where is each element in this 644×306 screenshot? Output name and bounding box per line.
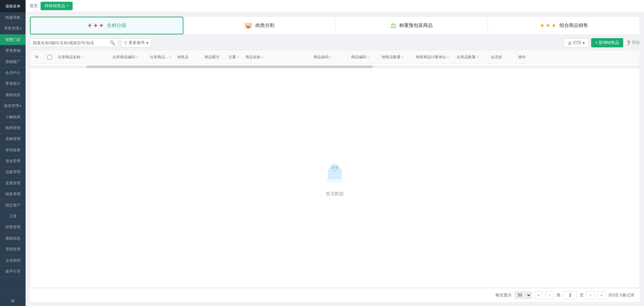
print-button[interactable]: 🖨 打印 ▾: [564, 38, 588, 47]
empty-text: 暂无数据: [326, 191, 344, 197]
sidebar-item-ecommerce-mgmt[interactable]: 电商管理: [0, 123, 26, 134]
sort-icon[interactable]: ⇅: [329, 56, 332, 59]
chevron-down-icon: ▾: [146, 41, 148, 45]
toolbar-left: 🔍 ▽ 更多条件 ▾: [30, 38, 151, 47]
topbar-home[interactable]: 首页: [30, 3, 38, 9]
pagination: 每页显示 50 20 100 « ‹ 第 页 › » 共0页 0条记录: [30, 288, 640, 302]
next-page-button[interactable]: ›: [586, 291, 595, 299]
current-page-input[interactable]: [563, 291, 577, 299]
sort-icon[interactable]: ⇅: [261, 56, 264, 59]
tab-scale-prepack[interactable]: ⚖ 称重预包装商品: [335, 17, 488, 34]
sidebar-item-quick-nav[interactable]: 快捷导航: [0, 12, 26, 23]
search-icon[interactable]: 🔍: [110, 40, 115, 45]
th-product-image: 商品图片: [203, 52, 226, 62]
sidebar-item-marketing[interactable]: 营销推广: [0, 57, 26, 67]
help-button[interactable]: ❓ 帮助: [626, 40, 640, 46]
sidebar-item-newbie[interactable]: 新手引导: [0, 266, 26, 277]
first-page-button[interactable]: «: [535, 291, 543, 299]
sort-icon[interactable]: ⇅: [367, 56, 370, 59]
sidebar-item-tax[interactable]: 税务管理: [0, 189, 26, 200]
th-main-qty-label: 主量: [228, 55, 236, 60]
help-label: 帮助: [632, 40, 640, 46]
filter-button[interactable]: ▽ 更多条件 ▾: [121, 38, 151, 47]
sidebar-item-finance[interactable]: 资金管理: [0, 156, 26, 167]
sort-icon[interactable]: ⇅: [401, 56, 404, 59]
th-outbound-code-label: 出库商品编码: [113, 55, 135, 60]
topbar-active-tab[interactable]: 特殊销售品 ×: [41, 2, 73, 10]
page-label-before: 第: [556, 292, 560, 298]
th-outbound-code: 出库商品编码 ⇅: [110, 52, 148, 62]
table-container: ⚙ 出库商品名称 ⇅ 出库商品编码 ⇅ 出库商品... ⇅: [30, 50, 640, 288]
sidebar-item-invoice[interactable]: 发票管理: [0, 178, 26, 189]
sidebar-item-retail-mall[interactable]: 零售商城: [0, 45, 26, 56]
meat-icon: 🐷: [244, 21, 253, 30]
sidebar-logo[interactable]: 搜索菜单: [0, 0, 26, 12]
toolbar-right: 🖨 打印 ▾ + 新增销售品 ❓ 帮助: [564, 38, 640, 47]
sort-icon[interactable]: ⇅: [237, 56, 239, 59]
th-operation: 操作: [516, 52, 537, 62]
sidebar: 搜索菜单 快捷导航 零售管理 ▾ 智慧门店 零售商城 营销推广 会员中心 零售统…: [0, 0, 26, 306]
prev-page-button[interactable]: ‹: [545, 291, 554, 299]
sort-icon[interactable]: ⇅: [136, 56, 138, 59]
sidebar-item-ecommerce-small[interactable]: 小畅电商: [0, 112, 26, 123]
sidebar-item-business-mgmt[interactable]: 经营管理: [0, 222, 26, 233]
svg-point-3: [331, 166, 333, 169]
fresh-icon: ✦✦✦: [87, 21, 104, 30]
sidebar-item-smart-store[interactable]: 智慧门店: [0, 34, 26, 45]
settings-button[interactable]: ⚙: [0, 296, 26, 306]
search-input[interactable]: [33, 41, 108, 45]
close-icon[interactable]: ×: [66, 4, 69, 8]
category-tabs: ✦✦✦ 生鲜分级 🐷 肉类分割 ⚖ 称重预包装商品 ✦✦✦ 组合商品销售: [30, 16, 640, 35]
sidebar-item-member[interactable]: 会员中心: [0, 67, 26, 78]
th-product-image-label: 商品图片: [205, 55, 220, 60]
th-product-code: 商品编码 ⇅: [349, 52, 380, 62]
tab-meat-label: 肉类分割: [255, 22, 274, 29]
sidebar-item-retail-mgmt[interactable]: 零售管理 ▾: [0, 23, 26, 34]
sidebar-item-general-ledger[interactable]: 总账管理: [0, 167, 26, 178]
chevron-down-icon: ▾: [20, 104, 21, 108]
sidebar-item-purchase[interactable]: 采购管理: [0, 134, 26, 144]
sidebar-item-retail-stats[interactable]: 零售统计: [0, 78, 26, 89]
sidebar-item-salary[interactable]: 工资: [0, 211, 26, 222]
add-button[interactable]: + 新增销售品: [591, 38, 623, 47]
th-outbound-qty: 出库品数量 ⇅: [455, 52, 489, 62]
horizontal-scrollbar[interactable]: [30, 65, 640, 68]
sort-icon[interactable]: ⇅: [447, 56, 449, 59]
th-sale-unit-label: 销售商品计量单位: [416, 55, 446, 60]
sidebar-item-wholesale[interactable]: 批发管理 ▾: [0, 101, 26, 111]
th-product-name-label: 商品名称: [245, 55, 260, 60]
th-main-qty: 主量 ⇅: [226, 52, 243, 62]
tab-meat-cutting[interactable]: 🐷 肉类分割: [183, 17, 336, 34]
sidebar-item-basic-info1[interactable]: 基础信息: [0, 90, 26, 101]
th-settings[interactable]: ⚙: [30, 52, 44, 62]
chevron-down-icon: ▾: [20, 27, 21, 31]
sidebar-item-fixed-assets[interactable]: 固定资产: [0, 200, 26, 211]
th-product-name: 商品名称 ⇅: [243, 52, 312, 62]
tab-combo-sales[interactable]: ✦✦✦ 组合商品销售: [488, 17, 640, 34]
per-page-label: 每页显示: [495, 292, 512, 298]
sort-icon[interactable]: ⇅: [81, 56, 84, 59]
th-product-barcode: 商品条码 ⇅: [312, 52, 349, 62]
per-page-select[interactable]: 50 20 100: [514, 291, 532, 299]
content-area: ✦✦✦ 生鲜分级 🐷 肉类分割 ⚖ 称重预包装商品 ✦✦✦ 组合商品销售 🔍: [26, 12, 644, 306]
sort-icon[interactable]: ⇅: [476, 56, 479, 59]
th-operation-label: 操作: [518, 55, 526, 60]
print-icon: 🖨: [568, 41, 572, 45]
scrollbar-thumb[interactable]: [86, 65, 373, 68]
sidebar-item-inventory[interactable]: 库存核算: [0, 145, 26, 156]
table-body: 暂无数据: [30, 70, 640, 288]
sidebar-item-basic-info2[interactable]: 基础信息: [0, 233, 26, 244]
sidebar-item-enterprise[interactable]: 企业协同: [0, 255, 26, 266]
sidebar-bottom: ⚙: [0, 295, 26, 306]
search-box[interactable]: 🔍: [30, 39, 118, 47]
th-checkbox[interactable]: [44, 52, 56, 62]
print-label: 打印: [573, 40, 581, 46]
sidebar-item-system[interactable]: 系统管理: [0, 244, 26, 255]
th-outbound-name-label: 出库商品名称: [58, 55, 80, 60]
last-page-button[interactable]: »: [597, 291, 605, 299]
select-all-checkbox[interactable]: [47, 55, 52, 60]
th-outbound-ellipsis-label: 出库商品...: [150, 55, 168, 60]
empty-state: 暂无数据: [321, 160, 348, 197]
sort-icon[interactable]: ⇅: [169, 56, 171, 59]
tab-fresh-grading[interactable]: ✦✦✦ 生鲜分级: [30, 17, 183, 34]
